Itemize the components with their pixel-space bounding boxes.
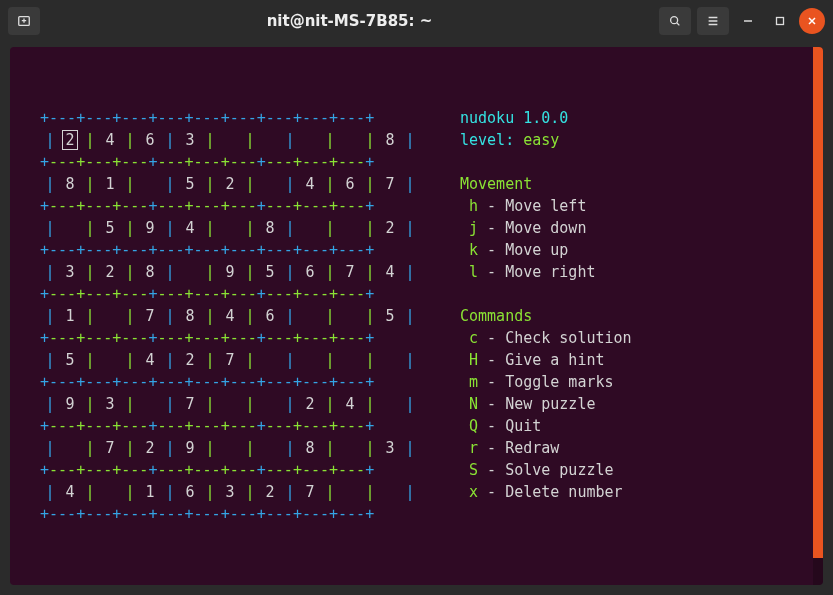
board-cell[interactable] — [260, 129, 280, 151]
board-cell[interactable] — [220, 129, 240, 151]
new-tab-button[interactable] — [8, 7, 40, 35]
minimize-button[interactable] — [735, 8, 761, 34]
board-cell[interactable]: 1 — [60, 305, 80, 327]
board-cell[interactable]: 9 — [140, 217, 160, 239]
board-cell[interactable] — [260, 349, 280, 371]
board-cell[interactable]: 3 — [60, 261, 80, 283]
search-button[interactable] — [659, 7, 691, 35]
board-cell[interactable] — [260, 393, 280, 415]
cell-separator: | — [200, 437, 220, 459]
board-cell[interactable] — [340, 349, 360, 371]
scrollbar-thumb[interactable] — [813, 47, 823, 558]
board-cell[interactable]: 1 — [100, 173, 120, 195]
board-cell[interactable]: 7 — [300, 481, 320, 503]
board-cell[interactable]: 2 — [140, 437, 160, 459]
board-row: | |5|9|4| |8| | |2| — [40, 217, 420, 239]
board-cell[interactable] — [340, 305, 360, 327]
board-cell[interactable]: 8 — [140, 261, 160, 283]
board-cell[interactable] — [340, 437, 360, 459]
board-cell[interactable]: 6 — [180, 481, 200, 503]
board-cell[interactable] — [180, 261, 200, 283]
board-cell[interactable]: 4 — [380, 261, 400, 283]
sudoku-board[interactable]: +---+---+---+---+---+---+---+---+---+|2|… — [40, 107, 420, 525]
board-cell[interactable]: 4 — [220, 305, 240, 327]
board-cell[interactable]: 5 — [60, 349, 80, 371]
board-cell[interactable] — [260, 173, 280, 195]
cell-separator: | — [400, 129, 420, 151]
board-row: |4| |1|6|3|2|7| | | — [40, 481, 420, 503]
board-cell[interactable]: 1 — [140, 481, 160, 503]
board-cell[interactable] — [340, 217, 360, 239]
close-button[interactable] — [799, 8, 825, 34]
board-cell[interactable] — [220, 217, 240, 239]
board-cell[interactable]: 9 — [180, 437, 200, 459]
board-cell[interactable]: 8 — [380, 129, 400, 151]
scrollbar-track[interactable] — [813, 47, 823, 585]
cell-separator: | — [320, 129, 340, 151]
board-cell[interactable] — [220, 437, 240, 459]
board-cell[interactable] — [60, 217, 80, 239]
board-cell[interactable]: 3 — [220, 481, 240, 503]
cell-separator: | — [320, 261, 340, 283]
board-cell[interactable]: 8 — [180, 305, 200, 327]
board-cell[interactable]: 2 — [380, 217, 400, 239]
menu-button[interactable] — [697, 7, 729, 35]
board-cell[interactable] — [380, 481, 400, 503]
board-cell[interactable]: 6 — [260, 305, 280, 327]
board-cell[interactable]: 4 — [340, 393, 360, 415]
board-cell[interactable]: 7 — [380, 173, 400, 195]
board-cell[interactable]: 5 — [180, 173, 200, 195]
board-cell[interactable] — [380, 393, 400, 415]
board-cell[interactable]: 6 — [300, 261, 320, 283]
board-cell[interactable]: 7 — [100, 437, 120, 459]
board-cell[interactable] — [340, 129, 360, 151]
board-cell[interactable]: 2 — [260, 481, 280, 503]
board-cell[interactable] — [140, 393, 160, 415]
board-cell[interactable]: 2 — [180, 349, 200, 371]
board-cell[interactable]: 3 — [180, 129, 200, 151]
board-cell[interactable]: 7 — [220, 349, 240, 371]
board-cell[interactable] — [300, 129, 320, 151]
board-cell[interactable]: 7 — [140, 305, 160, 327]
maximize-button[interactable] — [767, 8, 793, 34]
board-cell[interactable] — [60, 437, 80, 459]
board-cell[interactable]: 2 — [220, 173, 240, 195]
cell-separator: | — [40, 305, 60, 327]
board-cursor-cell[interactable]: 2 — [60, 129, 80, 151]
board-cell[interactable] — [300, 217, 320, 239]
board-cell[interactable]: 2 — [300, 393, 320, 415]
board-cell[interactable]: 4 — [60, 481, 80, 503]
board-cell[interactable] — [100, 349, 120, 371]
board-cell[interactable]: 5 — [380, 305, 400, 327]
board-cell[interactable]: 9 — [220, 261, 240, 283]
board-cell[interactable]: 5 — [260, 261, 280, 283]
board-cell[interactable] — [100, 481, 120, 503]
board-cell[interactable]: 8 — [260, 217, 280, 239]
terminal-viewport[interactable]: +---+---+---+---+---+---+---+---+---+|2|… — [10, 47, 823, 585]
board-cell[interactable]: 8 — [60, 173, 80, 195]
board-cell[interactable] — [300, 305, 320, 327]
board-cell[interactable]: 7 — [180, 393, 200, 415]
board-cell[interactable]: 4 — [140, 349, 160, 371]
board-cell[interactable]: 4 — [180, 217, 200, 239]
board-cell[interactable]: 4 — [300, 173, 320, 195]
board-cell[interactable]: 8 — [300, 437, 320, 459]
board-cell[interactable]: 6 — [140, 129, 160, 151]
board-cell[interactable]: 3 — [380, 437, 400, 459]
board-cell[interactable] — [220, 393, 240, 415]
board-cell[interactable]: 7 — [340, 261, 360, 283]
board-cell[interactable] — [100, 305, 120, 327]
board-cell[interactable]: 3 — [100, 393, 120, 415]
board-cell[interactable] — [260, 437, 280, 459]
board-cell[interactable] — [380, 349, 400, 371]
board-cell[interactable]: 2 — [100, 261, 120, 283]
board-cell[interactable] — [140, 173, 160, 195]
board-cell[interactable] — [340, 481, 360, 503]
board-cell[interactable]: 5 — [100, 217, 120, 239]
board-cell[interactable]: 6 — [340, 173, 360, 195]
board-cell[interactable]: 4 — [100, 129, 120, 151]
board-cell[interactable]: 9 — [60, 393, 80, 415]
board-cell[interactable] — [300, 349, 320, 371]
cell-separator: | — [40, 129, 60, 151]
hamburger-icon — [706, 14, 720, 28]
